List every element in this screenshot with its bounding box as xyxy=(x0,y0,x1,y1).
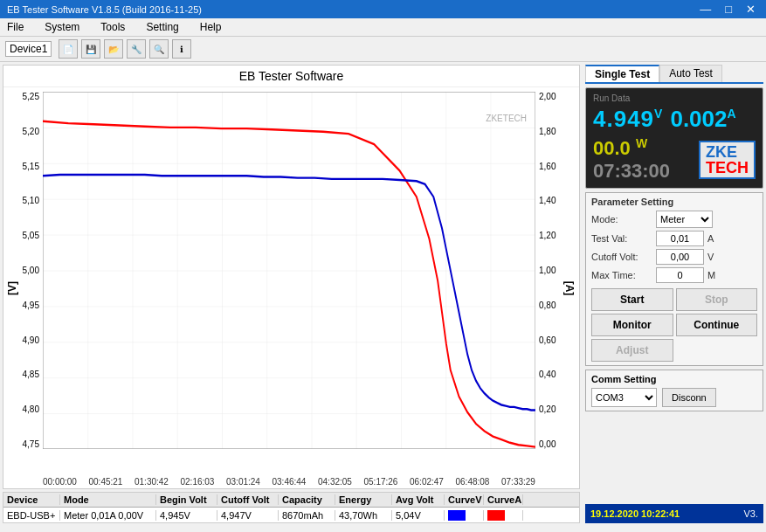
zke-logo: ZKETECH xyxy=(699,141,756,179)
run-data-panel: Run Data 4.949V 0.002A 00.0 W 07:33:00 Z… xyxy=(585,87,763,189)
comm-title: Comm Setting xyxy=(591,374,757,384)
data-table: Device Mode Begin Volt Cutoff Volt Capac… xyxy=(3,492,580,523)
col-curvev: CurveV xyxy=(445,494,484,505)
menu-setting[interactable]: Setting xyxy=(142,20,182,34)
zke-logo-tech: TECH xyxy=(706,159,749,176)
power-time: 00.0 W 07:33:00 xyxy=(593,136,670,183)
col-energy: Energy xyxy=(335,494,392,505)
bottom-axis-labels: 00:00:00 00:45:21 01:30:42 02:16:03 03:0… xyxy=(43,477,535,487)
param-testval-row: Test Val: A xyxy=(591,231,757,246)
col-mode: Mode xyxy=(60,494,156,505)
col-avgvolt: Avg Volt xyxy=(392,494,445,505)
curvea-swatch xyxy=(487,510,505,521)
left-y-labels: 5,25 5,20 5,15 5,10 5,05 5,00 4,95 4,90 … xyxy=(3,92,43,449)
power-display: 00.0 W xyxy=(593,136,670,160)
table-row: EBD-USB+ Meter 0,01A 0,00V 4,945V 4,947V… xyxy=(3,508,579,522)
info-icon[interactable]: ℹ xyxy=(172,39,191,59)
toolbar: Device1 📄 💾 📂 🔧 🔍 ℹ xyxy=(0,37,766,62)
cell-device: EBD-USB+ xyxy=(3,510,60,521)
tab-single-test[interactable]: Single Test xyxy=(585,65,659,82)
param-cutoff-row: Cutoff Volt: V xyxy=(591,249,757,265)
cell-beginvolt: 4,945V xyxy=(156,510,217,521)
col-device: Device xyxy=(3,494,60,505)
comm-port-select[interactable]: COM3 COM1 COM2 COM4 xyxy=(591,388,657,407)
continue-button[interactable]: Continue xyxy=(676,314,758,336)
chart-title: EB Tester Software xyxy=(3,66,579,87)
chart-svg xyxy=(43,92,535,449)
save-icon[interactable]: 💾 xyxy=(81,39,100,59)
menu-file[interactable]: File xyxy=(3,20,27,34)
minimize-button[interactable]: — xyxy=(696,3,714,16)
settings-icon[interactable]: 🔧 xyxy=(127,39,146,59)
cutoff-label: Cutoff Volt: xyxy=(591,252,652,262)
power-unit: W xyxy=(636,136,647,150)
current-display: 0.002A xyxy=(670,106,735,133)
control-buttons: Start Stop Monitor Continue Adjust xyxy=(591,288,757,362)
mode-label: Mode: xyxy=(591,214,652,225)
current-unit: A xyxy=(728,107,736,121)
right-panel: Single Test Auto Test Run Data 4.949V 0.… xyxy=(583,62,766,526)
maxtime-input[interactable] xyxy=(656,267,704,283)
cell-energy: 43,70Wh xyxy=(335,510,392,521)
maxtime-unit: M xyxy=(707,270,715,280)
cell-avgvolt: 5,04V xyxy=(392,510,445,521)
testval-unit: A xyxy=(707,233,714,244)
svg-rect-1 xyxy=(43,92,535,449)
right-y-labels: 2,00 1,80 1,60 1,40 1,20 1,00 0,80 0,60 … xyxy=(535,92,579,449)
table-header: Device Mode Begin Volt Cutoff Volt Capac… xyxy=(3,493,579,508)
maximize-button[interactable]: □ xyxy=(721,3,735,16)
search-icon[interactable]: 🔍 xyxy=(149,39,169,59)
status-datetime: 19.12.2020 10:22:41 xyxy=(590,508,680,519)
start-button[interactable]: Start xyxy=(591,288,673,311)
title-bar: EB Tester Software V1.8.5 (Build 2016-11… xyxy=(0,0,766,18)
stop-button[interactable]: Stop xyxy=(676,288,758,311)
close-button[interactable]: ✕ xyxy=(742,3,759,16)
app-title: EB Tester Software V1.8.5 (Build 2016-11… xyxy=(7,4,202,15)
cell-curvev xyxy=(445,510,484,521)
voltage-display: 4.949V xyxy=(593,106,663,133)
status-version: V3. xyxy=(743,508,758,519)
col-beginvolt: Begin Volt xyxy=(156,494,217,505)
comm-row: COM3 COM1 COM2 COM4 Disconn xyxy=(591,388,757,407)
status-bar: 19.12.2020 10:22:41 V3. xyxy=(585,504,763,523)
menu-system[interactable]: System xyxy=(41,20,83,34)
run-data-row1: 4.949V 0.002A xyxy=(593,106,756,133)
cutoff-unit: V xyxy=(707,252,714,262)
watermark: ZKETECH xyxy=(486,114,527,123)
param-maxtime-row: Max Time: M xyxy=(591,267,757,283)
time-display: 07:33:00 xyxy=(593,160,670,183)
cell-curvea xyxy=(484,510,523,521)
param-title: Parameter Setting xyxy=(591,197,757,207)
disconn-button[interactable]: Disconn xyxy=(662,388,716,407)
run-data-label: Run Data xyxy=(593,93,756,103)
cell-capacity: 8670mAh xyxy=(279,510,335,521)
monitor-button[interactable]: Monitor xyxy=(591,314,673,336)
param-panel: Parameter Setting Mode: Meter Discharge … xyxy=(585,192,763,366)
maxtime-label: Max Time: xyxy=(591,270,652,280)
cell-mode: Meter 0,01A 0,00V xyxy=(60,510,156,521)
menu-tools[interactable]: Tools xyxy=(97,20,128,34)
col-capacity: Capacity xyxy=(279,494,335,505)
comm-panel: Comm Setting COM3 COM1 COM2 COM4 Disconn xyxy=(585,370,763,411)
tab-auto-test[interactable]: Auto Test xyxy=(659,65,722,82)
new-icon[interactable]: 📄 xyxy=(59,39,78,59)
open-icon[interactable]: 📂 xyxy=(104,39,123,59)
testval-input[interactable] xyxy=(656,231,704,246)
cutoff-input[interactable] xyxy=(656,249,704,265)
curvev-swatch xyxy=(448,510,466,521)
testval-label: Test Val: xyxy=(591,233,652,244)
menu-help[interactable]: Help xyxy=(197,20,225,34)
tab-header: Single Test Auto Test xyxy=(585,65,763,84)
device-label: Device1 xyxy=(5,41,52,57)
run-data-row2: 00.0 W 07:33:00 ZKETECH xyxy=(593,136,756,183)
mode-select[interactable]: Meter Discharge Charge xyxy=(656,211,713,228)
menu-bar: File System Tools Setting Help xyxy=(0,18,766,37)
col-curvea: CurveA xyxy=(484,494,523,505)
voltage-unit: V xyxy=(654,107,663,121)
col-cutoffvolt: Cutoff Volt xyxy=(217,494,279,505)
chart-container: [V] [A] 5,25 5,20 5,15 5,10 5,05 5,00 4,… xyxy=(3,87,579,488)
adjust-button[interactable]: Adjust xyxy=(591,339,673,362)
param-mode-row: Mode: Meter Discharge Charge xyxy=(591,211,757,228)
main-content: EB Tester Software [V] [A] 5,25 5,20 5,1… xyxy=(0,62,766,526)
cell-cutoffvolt: 4,947V xyxy=(217,510,279,521)
